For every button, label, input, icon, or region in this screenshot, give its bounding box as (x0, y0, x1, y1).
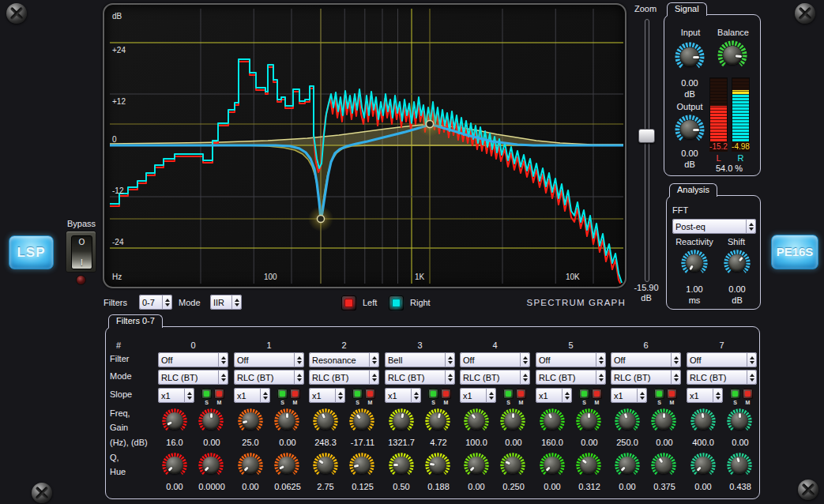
fft-mode-select[interactable]: Post-eq (672, 219, 756, 234)
filter-slope-spin-7[interactable]: x1 (687, 388, 723, 403)
filter-slope-spin-6[interactable]: x1 (611, 388, 647, 403)
gain-knob-1[interactable] (273, 408, 300, 434)
zoom-slider-handle[interactable] (638, 129, 655, 143)
spinner-arrows[interactable] (162, 295, 172, 310)
filter-type-select-6[interactable]: Off (611, 352, 681, 367)
filter-type-select-3[interactable]: Bell (385, 352, 455, 367)
freq-knob-3[interactable] (388, 408, 415, 434)
solo-button-5[interactable] (579, 389, 589, 399)
spinner-arrows[interactable] (486, 388, 496, 403)
gain-knob-6[interactable] (650, 408, 677, 434)
filter-marker[interactable] (318, 216, 325, 223)
gain-knob-2[interactable] (348, 408, 375, 434)
input-knob[interactable] (674, 41, 705, 73)
spinner-arrows[interactable] (231, 295, 242, 310)
mute-button-7[interactable] (743, 389, 753, 399)
filter-marker[interactable] (427, 121, 434, 128)
filter-mode-select-7[interactable]: RLC (BT) (687, 370, 757, 385)
gain-knob-3[interactable] (424, 408, 451, 434)
gain-knob-4[interactable] (499, 408, 526, 434)
solo-button-3[interactable] (428, 389, 438, 399)
reactivity-knob[interactable] (680, 249, 709, 277)
lsp-logo-button[interactable]: LSP (9, 235, 54, 269)
q-knob-2[interactable] (312, 452, 339, 479)
zoom-slider[interactable] (645, 19, 649, 282)
hue-knob-1[interactable] (273, 452, 300, 479)
filter-mode-select-3[interactable]: RLC (BT) (385, 370, 455, 385)
filter-slope-spin-2[interactable]: x1 (309, 388, 345, 403)
q-knob-1[interactable] (237, 452, 264, 479)
spinner-arrows[interactable] (260, 388, 270, 403)
spinner-arrows[interactable] (184, 388, 194, 403)
filter-type-select-5[interactable]: Off (536, 352, 606, 367)
solo-button-6[interactable] (654, 389, 664, 399)
hue-knob-4[interactable] (499, 452, 526, 479)
spinner-arrows[interactable] (218, 370, 228, 385)
freq-knob-6[interactable] (614, 408, 641, 434)
spinner-arrows[interactable] (747, 352, 757, 367)
gain-knob-5[interactable] (575, 408, 602, 434)
filter-mode-select-5[interactable]: RLC (BT) (536, 370, 606, 385)
mute-button-0[interactable] (214, 389, 224, 399)
solo-button-0[interactable] (201, 389, 212, 399)
filter-slope-spin-1[interactable]: x1 (234, 388, 270, 403)
shift-knob[interactable] (723, 249, 751, 277)
hue-knob-7[interactable] (726, 452, 753, 479)
freq-knob-4[interactable] (463, 408, 490, 434)
gain-knob-0[interactable] (198, 408, 224, 434)
spinner-arrows[interactable] (218, 352, 228, 367)
spinner-arrows[interactable] (746, 219, 756, 234)
mute-button-4[interactable] (516, 389, 526, 399)
mute-button-5[interactable] (592, 389, 602, 399)
spinner-arrows[interactable] (335, 388, 345, 403)
filter-mode-select-1[interactable]: RLC (BT) (234, 370, 304, 385)
spinner-arrows[interactable] (294, 352, 304, 367)
mute-button-6[interactable] (667, 389, 677, 399)
filter-type-select-7[interactable]: Off (687, 352, 757, 367)
freq-knob-5[interactable] (539, 408, 566, 434)
spinner-arrows[interactable] (671, 370, 681, 385)
mute-button-3[interactable] (441, 389, 451, 399)
solo-button-1[interactable] (277, 389, 288, 399)
filter-slope-spin-3[interactable]: x1 (385, 388, 421, 403)
filters-page-spin[interactable]: 0-7 (139, 295, 172, 310)
spinner-arrows[interactable] (596, 370, 606, 385)
hue-knob-0[interactable] (198, 452, 224, 479)
spinner-arrows[interactable] (369, 352, 379, 367)
spinner-arrows[interactable] (747, 370, 757, 385)
solo-button-2[interactable] (352, 389, 363, 399)
hue-knob-2[interactable] (348, 452, 375, 479)
spinner-arrows[interactable] (596, 352, 606, 367)
q-knob-7[interactable] (690, 452, 717, 479)
bypass-rocker[interactable]: OI (71, 235, 92, 269)
bypass-switch[interactable]: OI (66, 231, 96, 273)
freq-knob-1[interactable] (237, 408, 264, 434)
q-knob-5[interactable] (539, 452, 566, 479)
spinner-arrows[interactable] (520, 370, 530, 385)
hue-knob-3[interactable] (424, 452, 451, 479)
hue-knob-5[interactable] (575, 452, 602, 479)
iir-mode-spin[interactable]: IIR (210, 295, 242, 310)
spinner-arrows[interactable] (369, 370, 379, 385)
spectrum-graph-canvas[interactable]: dBHz+24+120-12-241001K10K (110, 9, 623, 284)
spinner-arrows[interactable] (713, 388, 723, 403)
filter-type-select-0[interactable]: Off (158, 352, 228, 367)
filter-type-select-4[interactable]: Off (460, 352, 530, 367)
balance-knob[interactable] (717, 39, 748, 71)
filter-slope-spin-5[interactable]: x1 (536, 388, 572, 403)
q-knob-3[interactable] (388, 452, 415, 479)
filter-mode-select-4[interactable]: RLC (BT) (460, 370, 530, 385)
mute-button-2[interactable] (365, 389, 375, 399)
spinner-arrows[interactable] (520, 352, 530, 367)
freq-knob-0[interactable] (161, 408, 188, 434)
q-knob-4[interactable] (463, 452, 490, 479)
filter-slope-spin-0[interactable]: x1 (158, 388, 194, 403)
solo-button-4[interactable] (503, 389, 514, 399)
spinner-arrows[interactable] (445, 352, 455, 367)
solo-button-7[interactable] (730, 389, 740, 399)
mute-button-1[interactable] (290, 389, 300, 399)
freq-knob-2[interactable] (312, 408, 339, 434)
legend-left-button[interactable] (341, 295, 356, 310)
pe16s-button[interactable]: PE16S (771, 235, 818, 269)
spinner-arrows[interactable] (637, 388, 647, 403)
